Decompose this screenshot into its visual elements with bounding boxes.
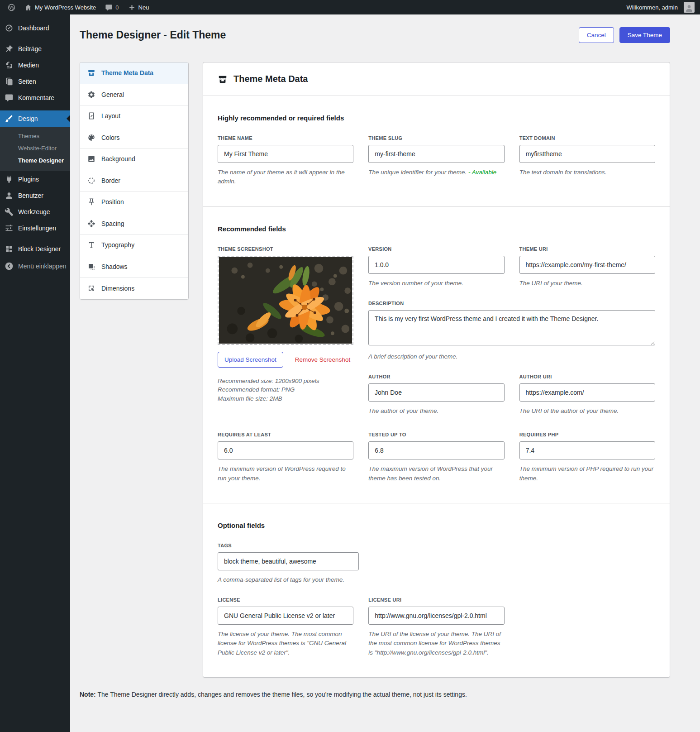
- typography-icon: [87, 241, 95, 249]
- screenshot-help-line: Recommended size: 1200x900 pixels: [218, 377, 353, 386]
- user-icon: [5, 191, 14, 200]
- wordpress-logo-icon[interactable]: [5, 0, 19, 14]
- requires-php-input[interactable]: [519, 441, 655, 459]
- subnav-item-border[interactable]: Border: [80, 170, 188, 192]
- license-uri-input[interactable]: [368, 607, 504, 625]
- subnav-item-typography[interactable]: Typography: [80, 234, 188, 256]
- note-label: Note:: [80, 691, 96, 698]
- theme-slug-input[interactable]: [368, 145, 504, 163]
- designer-subnav: Theme Meta Data General Layout Colors Ba…: [80, 62, 189, 300]
- note-text: The Theme Designer directly adds, change…: [96, 691, 467, 698]
- tags-input[interactable]: [218, 552, 359, 570]
- sidebar-label: Medien: [18, 62, 39, 69]
- subnav-item-shadows[interactable]: Shadows: [80, 256, 188, 278]
- subnav-item-spacing[interactable]: Spacing: [80, 213, 188, 235]
- field-tested-up-to: TESTED UP TO The maximum version of Word…: [368, 432, 504, 483]
- sidebar-item-dashboard[interactable]: Dashboard: [0, 20, 70, 36]
- subnav-item-layout[interactable]: Layout: [80, 105, 188, 127]
- sidebar-item-design[interactable]: Design: [0, 110, 70, 127]
- field-version: VERSION The version number of your theme…: [368, 246, 505, 288]
- screenshot-help-line: Maximum file size: 2MB: [218, 394, 353, 403]
- theme-uri-input[interactable]: [519, 256, 656, 274]
- avatar[interactable]: [684, 2, 695, 13]
- blocks-icon: [5, 244, 14, 254]
- author-input[interactable]: [368, 383, 505, 402]
- comments-shortcut[interactable]: 0: [102, 0, 122, 14]
- author-uri-help: The URI of the author of your theme.: [519, 407, 656, 416]
- text-domain-input[interactable]: [519, 145, 655, 163]
- requires-at-least-input[interactable]: [218, 441, 353, 459]
- license-input[interactable]: [218, 607, 353, 625]
- requires-at-least-help: The minimum version of WordPress require…: [218, 464, 353, 483]
- subnav-label: Theme Meta Data: [101, 69, 153, 77]
- author-label: AUTHOR: [368, 374, 505, 379]
- author-uri-input[interactable]: [519, 383, 656, 402]
- upload-screenshot-button[interactable]: Upload Screenshot: [218, 352, 283, 368]
- text-domain-help: The text domain for translations.: [519, 168, 655, 177]
- save-theme-button[interactable]: Save Theme: [619, 27, 670, 43]
- section-heading: Recommended fields: [218, 225, 655, 233]
- field-author: AUTHOR The author of your theme.: [368, 374, 505, 416]
- tested-up-to-help: The maximum version of WordPress that yo…: [368, 464, 504, 483]
- subnav-label: Typography: [101, 241, 134, 249]
- subnav-item-theme-meta-data[interactable]: Theme Meta Data: [80, 62, 188, 84]
- remove-screenshot-link[interactable]: Remove Screenshot: [295, 356, 350, 363]
- theme-meta-data-panel: Theme Meta Data Highly recommended or re…: [203, 62, 670, 678]
- theme-name-input[interactable]: [218, 145, 353, 163]
- sidebar-item-werkzeuge[interactable]: Werkzeuge: [0, 204, 70, 220]
- subnav-item-colors[interactable]: Colors: [80, 127, 188, 149]
- sidebar-item-beitraege[interactable]: Beiträge: [0, 41, 70, 57]
- sidebar-item-block-designer[interactable]: Block Designer: [0, 241, 70, 257]
- welcome-text[interactable]: Willkommen, admin: [627, 4, 678, 11]
- sidebar-label: Werkzeuge: [18, 208, 50, 215]
- pages-icon: [5, 77, 14, 86]
- subnav-label: Colors: [101, 134, 119, 141]
- submenu-item-themes[interactable]: Themes: [0, 130, 70, 142]
- paintbrush-icon: [5, 114, 14, 123]
- subnav-item-background[interactable]: Background: [80, 148, 188, 170]
- license-help: The license of your theme. The most comm…: [218, 630, 353, 657]
- description-label: DESCRIPTION: [368, 301, 655, 306]
- subnav-item-dimensions[interactable]: Dimensions: [80, 277, 188, 299]
- sidebar-item-seiten[interactable]: Seiten: [0, 73, 70, 90]
- tested-up-to-label: TESTED UP TO: [368, 432, 504, 437]
- theme-name-label: THEME NAME: [218, 135, 353, 141]
- site-name: My WordPress Website: [35, 4, 96, 11]
- text-domain-label: TEXT DOMAIN: [519, 135, 655, 141]
- theme-screenshot-label: THEME SCREENSHOT: [218, 246, 353, 252]
- plus-icon: [128, 4, 136, 11]
- tested-up-to-input[interactable]: [368, 441, 504, 459]
- sidebar-item-plugins[interactable]: Plugins: [0, 171, 70, 187]
- subnav-item-general[interactable]: General: [80, 84, 188, 106]
- subnav-item-position[interactable]: Position: [80, 191, 188, 213]
- requires-php-help: The minimum version of PHP required to r…: [519, 464, 655, 483]
- sidebar-item-kommentare[interactable]: Kommentare: [0, 90, 70, 106]
- description-textarea[interactable]: This is my very first WordPress theme an…: [368, 310, 655, 345]
- sidebar-collapse-menu[interactable]: Menü einklappen: [0, 258, 70, 274]
- sidebar-label: Einstellungen: [18, 225, 56, 232]
- field-description: DESCRIPTION This is my very first WordPr…: [368, 301, 655, 361]
- field-theme-uri: THEME URI The URI of your theme.: [519, 246, 656, 288]
- submenu-item-website-editor[interactable]: Website-Editor: [0, 142, 70, 154]
- author-help: The author of your theme.: [368, 407, 505, 416]
- theme-slug-label: THEME SLUG: [368, 135, 504, 141]
- submenu-item-theme-designer[interactable]: Theme Designer: [0, 154, 70, 167]
- sidebar-item-medien[interactable]: Medien: [0, 57, 70, 73]
- image-icon: [87, 155, 95, 163]
- version-input[interactable]: [368, 256, 505, 274]
- tags-label: TAGS: [218, 543, 655, 548]
- field-tags: TAGS A comma-separated list of tags for …: [218, 543, 655, 584]
- site-link[interactable]: My WordPress Website: [21, 0, 99, 14]
- subnav-label: Border: [101, 177, 120, 184]
- subnav-label: Layout: [101, 112, 120, 120]
- new-content-menu[interactable]: Neu: [125, 0, 152, 14]
- sidebar-item-einstellungen[interactable]: Einstellungen: [0, 220, 70, 236]
- theme-slug-help: The unique identifier for your theme. - …: [368, 168, 504, 177]
- sidebar-item-benutzer[interactable]: Benutzer: [0, 187, 70, 204]
- description-help: A brief description of your theme.: [368, 352, 655, 361]
- pin-icon: [5, 44, 14, 53]
- cancel-button[interactable]: Cancel: [579, 27, 614, 43]
- new-label: Neu: [138, 4, 149, 11]
- panel-title: Theme Meta Data: [233, 74, 308, 84]
- dimensions-icon: [87, 284, 95, 292]
